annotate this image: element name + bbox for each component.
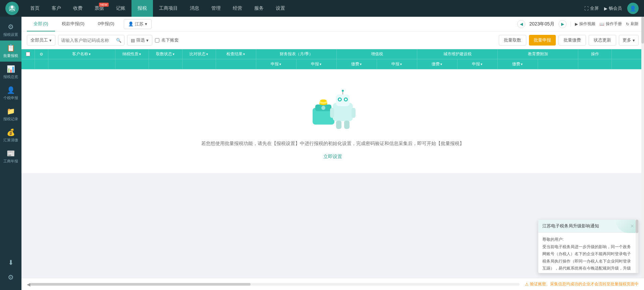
- batch-declare-btn[interactable]: 批量申报: [529, 35, 556, 46]
- col-vat-declare: 申报 ▼: [297, 59, 337, 69]
- batch-tax-icon: 📋: [7, 44, 15, 52]
- chevron-down-icon: ▾: [145, 21, 147, 26]
- search-input[interactable]: [61, 38, 115, 43]
- op-manual-link[interactable]: 📖 操作手册: [599, 21, 622, 27]
- sidebar-item-settlement[interactable]: 💰 汇算清缴: [0, 125, 21, 146]
- svg-rect-14: [330, 108, 334, 118]
- notif-body: 尊敬的用户: 受当前电子税务局进一步升级的影响，同一个政务网账号（办税人）名下的…: [538, 233, 638, 273]
- empty-state: 若您想使用批量报税功能，请先在【报税设置】中进行报税的初始化设置，完成密码验证和…: [21, 69, 644, 173]
- sidebar-download[interactable]: ⬇: [0, 255, 21, 270]
- sidebar-config[interactable]: ⚙: [0, 270, 21, 285]
- table-header: ⚙ 客户名称 ▼ 纳税性质 ▼ 取数状态 ▼ 比对状态 ▼ 检查结果 ▼ 财务报…: [21, 49, 644, 69]
- refresh-icon: ↻: [626, 22, 629, 26]
- nav-menu: 首页 客户 收费 票据 NEW 记账 报税 工商项目 消息 管理 经营 服务 设…: [24, 0, 584, 17]
- status-update-btn[interactable]: 状态更新: [589, 35, 616, 46]
- tab-tax-declare[interactable]: 税款申报 (0): [55, 17, 91, 31]
- col-vat-pay: 缴费 ▼: [337, 59, 377, 69]
- video-icon: ▶: [575, 22, 578, 26]
- batch-fetch-btn[interactable]: 批量取数: [499, 35, 526, 46]
- col-city-tax: 城市维护建设税: [417, 49, 498, 59]
- col-operation: 操作: [578, 49, 612, 59]
- tax-records-icon: 📁: [7, 107, 15, 115]
- manual-icon: 📖: [599, 22, 604, 26]
- nav-home[interactable]: 首页: [24, 0, 46, 17]
- robot-illustration: [309, 89, 356, 133]
- notif-scrollbar[interactable]: [636, 220, 638, 273]
- membership-icon: ▶: [604, 6, 607, 11]
- svg-point-13: [342, 90, 344, 92]
- tax-settings-icon: ⚙: [8, 23, 14, 31]
- toolbar: 全部员工 ▾ 🔍 ▤ 筛选 ▾ 名下账套 批量取数 批量申报 批量缴费 状态更新…: [21, 31, 644, 49]
- nav-manage[interactable]: 管理: [205, 0, 227, 17]
- province-selector[interactable]: 👤 江苏 ▾: [124, 19, 152, 29]
- notification-popup: 江苏电子税务局升级影响通知 ✕ 尊敬的用户: 受当前电子税务局进一步升级的影响，…: [538, 219, 639, 273]
- nav-invoice[interactable]: 票据 NEW: [89, 0, 110, 17]
- nav-customer[interactable]: 客户: [46, 0, 67, 17]
- svg-rect-17: [344, 121, 350, 129]
- next-month-btn[interactable]: ▶: [558, 20, 567, 28]
- col-fetch-status: 取数状态 ▼: [149, 49, 182, 59]
- nav-business[interactable]: 工商项目: [153, 0, 184, 17]
- personal-tax-icon: 👤: [7, 86, 15, 94]
- fullscreen-icon: ⛶: [584, 6, 589, 11]
- account-checkbox-label[interactable]: 名下账套: [155, 37, 179, 43]
- nav-settings[interactable]: 设置: [270, 0, 291, 17]
- prev-month-btn[interactable]: ◀: [517, 20, 525, 28]
- account-checkbox[interactable]: [155, 38, 159, 43]
- svg-rect-16: [336, 121, 341, 129]
- filter-button[interactable]: ▤ 筛选 ▾: [127, 35, 152, 46]
- scrollbar-thumb: [31, 283, 251, 286]
- svg-point-5: [320, 99, 327, 102]
- scrollbar-v-thumb: [641, 17, 644, 44]
- user-avatar[interactable]: 👤: [627, 3, 639, 14]
- nav-fee[interactable]: 收费: [67, 0, 89, 17]
- nav-message[interactable]: 消息: [184, 0, 205, 17]
- nav-tax[interactable]: 报税: [131, 0, 153, 17]
- sidebar-item-annual-report[interactable]: 📰 工商年报: [0, 146, 21, 167]
- notif-scroll-thumb: [636, 220, 638, 233]
- chevron-down-icon: ▾: [49, 38, 52, 43]
- select-all-checkbox[interactable]: [26, 52, 30, 56]
- scroll-left-arrow[interactable]: ◀: [27, 282, 31, 287]
- top-nav-right: ⛶ 全屏 ▶ 畅会员 👤: [584, 3, 639, 14]
- nav-operation[interactable]: 经营: [227, 0, 248, 17]
- nav-service[interactable]: 服务: [248, 0, 270, 17]
- tab-zero-declare[interactable]: 0申报 (0): [91, 17, 121, 31]
- col-edu-declare: 申报 ▼: [458, 59, 498, 69]
- more-btn[interactable]: 更多 ▾: [619, 35, 639, 46]
- batch-pay-btn[interactable]: 批量缴费: [558, 35, 586, 46]
- horizontal-scrollbar[interactable]: [31, 283, 520, 286]
- membership-btn[interactable]: ▶ 畅会员: [604, 5, 622, 11]
- employee-selector[interactable]: 全部员工 ▾: [27, 35, 55, 46]
- sidebar-item-batch-tax[interactable]: 📋 批量报税: [0, 41, 21, 62]
- tax-overview-icon: 📊: [7, 65, 15, 73]
- svg-point-10: [339, 98, 341, 100]
- data-table: ⚙ 客户名称 ▼ 纳税性质 ▼ 取数状态 ▼ 比对状态 ▼ 检查结果 ▼ 财务报…: [21, 49, 644, 173]
- sidebar-bottom: ⬇ ⚙: [0, 255, 21, 290]
- vertical-scrollbar[interactable]: [641, 17, 644, 278]
- op-video-link[interactable]: ▶ 操作视频: [575, 21, 595, 27]
- nav-accounting[interactable]: 记账: [110, 0, 131, 17]
- refresh-btn[interactable]: ↻ 刷新: [626, 21, 639, 27]
- sidebar-item-tax-overview[interactable]: 📊 报税总览: [0, 62, 21, 83]
- sidebar-item-tax-records[interactable]: 📁 报税记录: [0, 104, 21, 125]
- empty-message: 若您想使用批量报税功能，请先在【报税设置】中进行报税的初始化设置，完成密码验证和…: [201, 140, 464, 147]
- new-badge: NEW: [99, 3, 109, 7]
- annual-report-icon: 📰: [7, 149, 15, 157]
- sidebar-item-personal-tax[interactable]: 👤 个税申报: [0, 83, 21, 104]
- app-logo[interactable]: [5, 2, 19, 15]
- setup-link[interactable]: 立即设置: [323, 154, 342, 160]
- search-icon[interactable]: 🔍: [116, 38, 121, 43]
- col-op-empty: [578, 59, 612, 69]
- fullscreen-btn[interactable]: ⛶ 全屏: [584, 5, 599, 11]
- col-city-declare: 申报 ▼: [377, 59, 417, 69]
- sidebar-item-tax-settings[interactable]: ⚙ 报税设置: [0, 19, 21, 41]
- svg-rect-15: [352, 108, 356, 118]
- col-fin-declare: 申报 ▼: [256, 59, 297, 69]
- svg-point-2: [321, 106, 325, 110]
- tab-all[interactable]: 全部 (0): [27, 17, 55, 31]
- col-customer-name: 客户名称 ▼: [48, 49, 115, 59]
- col-vat: 增值税: [337, 49, 417, 59]
- warning-message: ⚠ 验证账密、采集信息均成功的企业才会流转至批量报税页面中: [525, 281, 639, 287]
- col-tax-type: 纳税性质 ▼: [115, 49, 149, 59]
